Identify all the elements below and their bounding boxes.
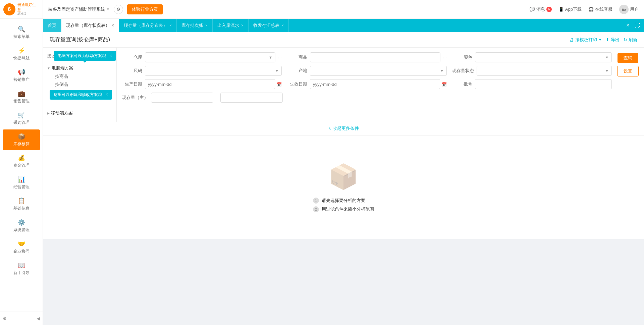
tab-summary[interactable]: 收发存汇总表 × [249, 19, 289, 32]
scheme-mobile-label: 移动端方案 [51, 110, 73, 116]
lightning-icon: ⚡ [18, 47, 25, 54]
refresh-icon: ↻ [624, 37, 627, 42]
tab-batch-account[interactable]: 库存批次账 × [177, 19, 213, 32]
export-btn[interactable]: ⬆ 导出 [606, 37, 620, 43]
filter-row-4: 现存量（主） — [122, 93, 612, 103]
expand-arrow-icon[interactable]: ▼ [47, 66, 50, 70]
reset-button[interactable]: 设置 [617, 66, 639, 76]
scheme-item-label: 按倒品 [55, 82, 68, 88]
collapse-label: 收起更多条件 [333, 125, 359, 131]
settings-bottom-btn[interactable]: ⚙ [3, 316, 7, 321]
sidebar-item-marketing[interactable]: 📢 营销推广 [3, 65, 40, 86]
app-download-btn[interactable]: 📱 App下载 [558, 6, 582, 12]
main-content: 现存量查询(按仓库+商品) 🖨 按模板打印 ▼ ⬆ 导出 ↻ 刷新 按以下方案查… [43, 32, 644, 325]
collapse-sidebar-btn[interactable]: ◀ [37, 316, 40, 321]
notifications-btn[interactable]: 💬 消息 6 [530, 6, 552, 12]
tooltip1-close[interactable]: × [110, 53, 112, 58]
expiry-date-from[interactable] [310, 79, 440, 89]
online-support-btn[interactable]: 🎧 在线客服 [588, 6, 612, 12]
batch-input[interactable] [475, 79, 612, 89]
tooltip-scheme-mobile: 电脑方案可设为移动方案哦 × [54, 51, 116, 61]
sidebar-item-enterprise[interactable]: 🤝 企业协同 [3, 237, 40, 258]
tab-inventory-status[interactable]: 现存量（库存状况表） × [61, 19, 119, 32]
scheme-item-goods[interactable]: 按商品 [52, 72, 112, 80]
calendar-icon[interactable]: 📅 [441, 82, 447, 87]
sidebar-item-search[interactable]: 🔍 搜索菜单 [3, 22, 40, 43]
filter-color: 颜色 ▼ [452, 52, 612, 62]
size-select[interactable]: ▼ [145, 66, 282, 76]
tab-inventory-distribution[interactable]: 现存量（库存分布表） × [119, 19, 177, 32]
sidebar-item-system[interactable]: ⚙️ 系统管理 [3, 215, 40, 236]
stock-status-select[interactable]: ▼ [477, 66, 612, 76]
query-buttons: 查询 设置 [617, 52, 639, 76]
sidebar-item-sales[interactable]: 💼 销售管理 [3, 87, 40, 107]
expand-arrow-icon[interactable]: ▶ [47, 111, 50, 115]
origin-select[interactable]: ▼ [310, 66, 447, 76]
sidebar-item-management[interactable]: 📊 经营管理 [3, 172, 40, 193]
filter-layout: 按以下方案查询 + ↻ « 电脑方案可设为移动方案哦 × ▼ 电脑 [43, 48, 644, 122]
refresh-btn[interactable]: ↻ 刷新 [624, 37, 637, 43]
warehouse-select[interactable]: ▼ [145, 52, 275, 62]
maximize-btn[interactable]: ⛶ [633, 21, 641, 30]
app-download-label: App下载 [565, 6, 582, 12]
goods-select[interactable] [310, 52, 440, 62]
sidebar-nav: 🔍 搜索菜单 ⚡ 快捷导航 📢 营销推广 💼 销售管理 🛒 采购管理 📦 库存核… [0, 19, 43, 312]
sidebar-item-guide[interactable]: 📖 新手引导 [3, 258, 40, 279]
system-selector[interactable]: 装备及固定资产辅助管理系统 ▼ [48, 6, 110, 12]
user-label: 用户 [630, 6, 639, 12]
tab-label: 库存批次账 [181, 22, 203, 29]
chevron-down-icon: ▼ [275, 69, 279, 73]
empty-instructions: 1 请先选择要分析的方案 2 用过滤条件来缩小分析范围 [313, 198, 374, 212]
handshake-icon: 🤝 [18, 240, 25, 248]
experience-button[interactable]: 体验行业方案 [127, 4, 163, 14]
logo-area: 6 畅通道好生意 标准版 [0, 0, 43, 19]
filter-size: 尺码 ▼ [122, 66, 282, 76]
avatar: Ea [619, 5, 629, 14]
tab-close-icon[interactable]: × [205, 23, 208, 28]
print-btn[interactable]: 🖨 按模板打印 ▼ [570, 37, 602, 43]
tab-flow[interactable]: 出入库流水 × [213, 19, 249, 32]
tab-label: 出入库流水 [217, 22, 239, 29]
money-icon: 💰 [18, 154, 25, 162]
page-title: 现存量查询(按仓库+商品) [50, 36, 110, 43]
empty-state: 📦 1 请先选择要分析的方案 2 用过滤条件来缩小分析范围 [43, 136, 644, 239]
goods-dots[interactable]: ··· [443, 55, 447, 60]
filter-row-2: 尺码 ▼ 产地 ▼ [122, 66, 612, 76]
tab-close-icon[interactable]: × [112, 23, 114, 28]
filter-origin: 产地 ▼ [287, 66, 447, 76]
production-date-from[interactable] [145, 79, 275, 89]
scheme-item-dao[interactable]: 按倒品 [52, 80, 112, 89]
close-all-tabs-btn[interactable]: × [624, 21, 632, 30]
calendar-icon[interactable]: 📅 [276, 82, 282, 87]
color-select[interactable]: ▼ [475, 52, 612, 62]
scheme-item-label: 按商品 [55, 73, 68, 79]
tooltip2-close[interactable]: × [106, 92, 108, 97]
tab-close-icon[interactable]: × [169, 23, 172, 28]
sidebar-item-finance[interactable]: 💰 资金管理 [3, 151, 40, 172]
filter-warehouse: 仓库 ▼ ··· [122, 52, 282, 62]
stock-amount-from[interactable] [151, 93, 213, 103]
chevron-down-icon: ▼ [605, 69, 609, 73]
warehouse-dots[interactable]: ··· [278, 55, 282, 60]
sidebar-item-inventory[interactable]: 📦 库存核算 [3, 129, 40, 150]
tooltip-create-scheme: 这里可以创建和修改方案哦 × [50, 90, 112, 100]
chevron-down-icon: ▼ [598, 38, 602, 42]
filter-section: 按以下方案查询 + ↻ « 电脑方案可设为移动方案哦 × ▼ 电脑 [43, 48, 644, 136]
sidebar-bottom: ⚙ ◀ [0, 312, 43, 325]
tab-close-icon[interactable]: × [241, 23, 244, 28]
query-button[interactable]: 查询 [618, 53, 638, 63]
sidebar-item-basic[interactable]: 📋 基础信息 [3, 194, 40, 215]
tabs-bar: 首页 现存量（库存状况表） × 现存量（库存分布表） × 库存批次账 × 出入库… [43, 19, 644, 32]
step-1-text: 请先选择要分析的方案 [322, 198, 365, 204]
stock-amount-to[interactable] [220, 93, 283, 103]
sidebar-item-quicknav[interactable]: ⚡ 快捷导航 [3, 44, 40, 64]
collapse-bar[interactable]: ∧ 收起更多条件 [43, 122, 644, 135]
sidebar-item-purchase[interactable]: 🛒 采购管理 [3, 108, 40, 129]
tab-home[interactable]: 首页 [43, 19, 61, 32]
header-left: 装备及固定资产辅助管理系统 ▼ ⚙ 体验行业方案 [48, 4, 163, 14]
settings-button[interactable]: ⚙ [114, 5, 123, 14]
user-area[interactable]: Ea 用户 [619, 5, 639, 14]
logo-icon: 6 [3, 3, 15, 15]
phone-icon: 📱 [558, 7, 564, 12]
tab-close-icon[interactable]: × [281, 23, 284, 28]
